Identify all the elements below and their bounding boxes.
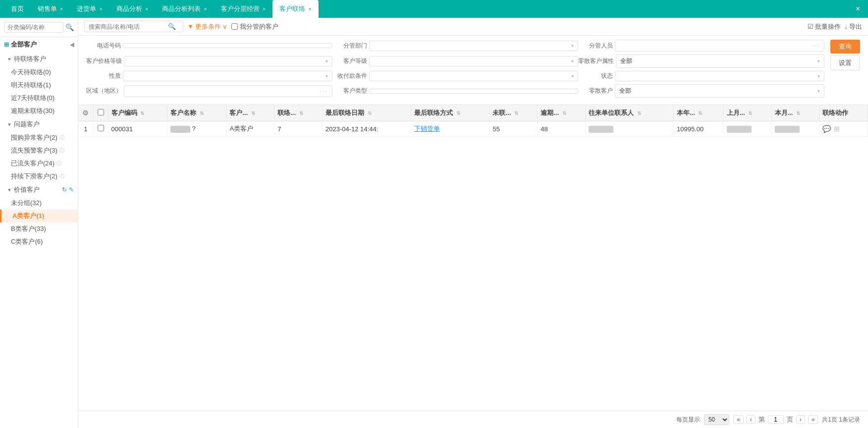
sidebar-item-loss-warning[interactable]: 流失预警客户(3) ⓘ [0,144,78,157]
select-all-checkbox[interactable] [98,109,104,115]
export-btn[interactable]: ↓ 导出 [845,22,863,31]
my-customers-checkbox-label[interactable]: 我分管的客户 [231,22,278,31]
dropdown-arrow-icon: ▾ [817,58,820,64]
batch-operation-btn[interactable]: ☑ 批量操作 [808,22,841,31]
row-index: 1 [78,121,93,137]
filter-region: 区域（地区） ··· [86,85,332,97]
sort-icon[interactable]: ⇅ [251,110,255,116]
sidebar-search-icon[interactable]: 🔍 [65,23,74,31]
filter-bar: 🔍 ▼ 更多条件 ∨ 我分管的客户 ☑ 批量操作 ↓ 导出 [78,18,868,36]
action-qr-icon[interactable]: ⊞ [834,125,840,133]
sidebar-item-tomorrow-pending[interactable]: 明天待联络(1) [0,79,78,92]
settings-button[interactable]: 设置 [830,55,860,70]
sort-icon[interactable]: ⇅ [748,110,752,116]
main-search-box[interactable]: 🔍 [84,21,183,32]
main-search-input[interactable] [89,23,168,30]
sidebar-item-overdue-pending[interactable]: 逾期未联络(30) [0,105,78,117]
nav-tab-goods-analysis-list[interactable]: 商品分析列表 × [155,0,214,18]
last-method-link[interactable]: 下销货单 [414,125,440,132]
filter-price-level-select[interactable]: ▾ [124,56,332,66]
sort-icon[interactable]: ⇅ [368,110,372,116]
value-refresh-icon[interactable]: ↻ [62,186,67,193]
col-contact: 联络... ⇅ [274,105,323,121]
more-conditions-btn[interactable]: ▼ 更多条件 ∨ [187,22,227,31]
sidebar-group-pending[interactable]: ▼ 待联络客户 [0,52,78,66]
filter-manager-input[interactable]: ··· [615,40,824,52]
filter-retail-attr-select[interactable]: 全部 ▾ [616,54,824,68]
filter-payment-select[interactable]: ▾ [369,71,579,81]
nav-tab-sales[interactable]: 销售单 × [31,0,70,18]
page-unit: 页 [787,415,793,424]
bottom-bar: 每页显示 50 20 100 200 « ‹ 第 页 › » 共1页 1条记录 [78,411,868,428]
page-label: 第 [759,415,765,424]
page-input[interactable] [768,415,784,424]
nav-home[interactable]: 首页 [4,0,31,18]
filter-dept-select[interactable]: ▾ [369,41,579,51]
close-tab-sales[interactable]: × [60,6,63,12]
close-tab-customer-contact[interactable]: × [308,6,311,12]
col-last-month: 上月... ⇅ [723,105,771,121]
prev-page-btn[interactable]: ‹ [747,415,756,424]
top-navigation: 首页 销售单 × 进货单 × 商品分析 × 商品分析列表 × 客户分层经营 × … [0,0,868,18]
sort-icon[interactable]: ⇅ [140,110,144,116]
customer-name-blurred [170,126,190,133]
sort-icon[interactable]: ⇅ [796,110,800,116]
sort-icon[interactable]: ⇅ [562,110,566,116]
filter-customer-type-input[interactable] [369,89,579,94]
nav-tab-customer-contact[interactable]: 客户联络 × [272,0,318,18]
window-close-button[interactable]: × [852,4,864,13]
table-settings-icon[interactable]: ⚙ [82,109,89,117]
sidebar-search-input[interactable] [4,22,63,33]
filter-nature-select[interactable]: ▾ [123,71,332,81]
close-tab-customer-segment[interactable]: × [263,6,266,12]
first-page-btn[interactable]: « [733,415,744,424]
sidebar-item-class-a[interactable]: A类客户(1) [0,210,78,222]
sidebar-item-class-c[interactable]: C类客户(6) [0,235,78,248]
advanced-filter-panel: 电话号码 分管部门 ▾ 分管人员 ··· [78,36,868,105]
filter-phone-input[interactable] [123,43,332,48]
info-icon: ⓘ [59,173,64,180]
my-customers-checkbox[interactable] [231,23,238,30]
close-tab-goods-analysis-list[interactable]: × [204,6,207,12]
sort-icon[interactable]: ⇅ [514,110,518,116]
close-tab-purchase[interactable]: × [99,6,102,12]
sidebar-item-declining[interactable]: 持续下滑客户(2) ⓘ [0,170,78,183]
sidebar-all-customers[interactable]: ⊞ 全部客户 ◀ [0,37,78,52]
sort-icon[interactable]: ⇅ [637,110,641,116]
row-this-month [771,121,819,137]
sidebar-item-lost[interactable]: 已流失客户(24) ⓘ [0,157,78,170]
sidebar-item-7days-pending[interactable]: 近7天待联络(0) [0,92,78,105]
total-info: 共1页 1条记录 [822,416,860,424]
sort-icon[interactable]: ⇅ [698,110,702,116]
row-checkbox[interactable] [98,125,104,131]
next-page-btn[interactable]: › [796,415,805,424]
sidebar-item-class-b[interactable]: B类客户(33) [0,222,78,235]
sidebar-group-problem[interactable]: ▼ 问题客户 [0,117,78,131]
sidebar-item-today-pending[interactable]: 今天待联络(0) [0,66,78,79]
sidebar-group-value[interactable]: ▼ 价值客户 ↻ ✎ [0,183,78,197]
col-not-contacted: 未联... ⇅ [489,105,538,121]
sort-icon[interactable]: ⇅ [299,110,303,116]
filter-status-select[interactable]: ▾ [615,71,824,81]
query-button[interactable]: 查询 [830,40,860,54]
nav-tab-purchase[interactable]: 进货单 × [70,0,109,18]
sort-icon[interactable]: ⇅ [200,110,204,116]
filter-retail: 零散客户 全部 ▾ [578,84,824,98]
close-tab-goods-analysis[interactable]: × [145,6,148,12]
main-search-icon[interactable]: 🔍 [168,23,176,30]
per-page-select[interactable]: 50 20 100 200 [704,414,729,425]
row-checkbox-cell[interactable] [93,121,108,137]
value-edit-icon[interactable]: ✎ [69,186,74,193]
sort-icon[interactable]: ⇅ [456,110,460,116]
sidebar-item-abnormal-hoard[interactable]: 囤购异常客户(2) ⓘ [0,131,78,144]
filter-region-input[interactable]: ··· [124,85,332,97]
col-last-date: 最后联络日期 ⇅ [322,105,411,121]
nav-tab-customer-segment[interactable]: 客户分层经营 × [214,0,272,18]
filter-retail-select[interactable]: 全部 ▾ [615,84,824,98]
nav-tab-goods-analysis[interactable]: 商品分析 × [109,0,155,18]
filter-customer-level-select[interactable]: ▾ [369,56,579,66]
last-page-btn[interactable]: » [808,415,818,424]
arrow-icon: ▼ [7,122,12,127]
sidebar-item-ungroup[interactable]: 未分组(32) [0,197,78,210]
action-chat-icon[interactable]: 💬 [822,125,831,133]
